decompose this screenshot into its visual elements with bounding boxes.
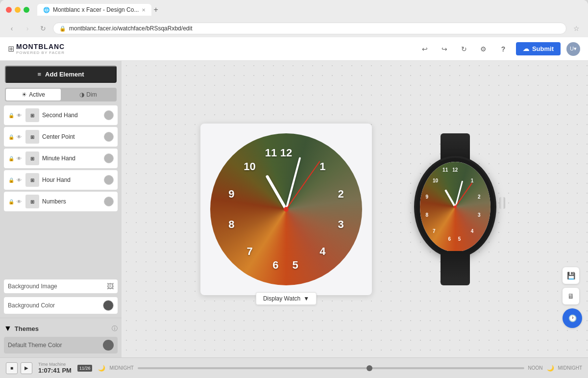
refresh-button[interactable]: ↻	[457, 42, 471, 56]
background-color-label: Background Color	[8, 302, 103, 309]
tab-title: Montblanc x Facer - Design Co...	[53, 6, 139, 13]
tab-close-icon[interactable]: ✕	[142, 7, 146, 13]
eye-icon: 👁	[16, 176, 23, 183]
layer-item[interactable]: 🔒 👁 ⊞ Minute Hand	[4, 149, 118, 168]
brand-sub: POWERED BY FACER	[16, 50, 65, 55]
time-display: Time Machine 1:07:41 PM	[38, 362, 72, 374]
lock-icon: 🔒	[8, 155, 15, 162]
background-image-row[interactable]: Background Image 🖼	[4, 279, 118, 293]
mini-num-7: 7	[433, 228, 436, 234]
play-button[interactable]: ▶	[21, 362, 32, 374]
browser-titlebar: 🌐 Montblanc x Facer - Design Co... ✕ +	[0, 0, 588, 20]
submit-button[interactable]: ☁ Submit	[516, 42, 561, 55]
tab-favicon: 🌐	[43, 7, 50, 13]
minute-hand	[285, 157, 301, 209]
preview-tool-button[interactable]: 🖥	[563, 288, 579, 304]
eye-icon: 👁	[16, 198, 23, 205]
midnight-start-icon: 🌙	[98, 365, 105, 372]
theme-color-swatch[interactable]	[103, 340, 114, 351]
watch-body: 12 1 2 3 4 5 6 7 8 9	[416, 158, 494, 256]
center-dot	[284, 207, 289, 212]
close-button[interactable]	[6, 7, 12, 13]
hour-hand	[265, 175, 287, 210]
app-container: ⊞ MONTBLANC POWERED BY FACER ↩ ↪ ↻ ⚙ ? ☁…	[0, 37, 588, 378]
refresh-button[interactable]: ↻	[37, 23, 49, 34]
default-theme-label: Default Theme Color	[8, 342, 103, 349]
lock-icon: 🔒	[8, 133, 15, 140]
user-avatar[interactable]: U▾	[566, 42, 580, 56]
mini-num-10: 10	[433, 178, 438, 183]
layer-icons: 🔒 👁	[8, 176, 23, 183]
history-tool-button[interactable]: 🕐	[563, 308, 582, 328]
browser-toolbar: ‹ › ↻ 🔒 montblanc.facer.io/watchface/bRS…	[0, 20, 588, 37]
add-element-label: Add Element	[45, 71, 84, 78]
tab-active[interactable]: ☀ Active	[6, 89, 61, 101]
grid-icon: ⊞	[8, 44, 14, 53]
mini-center-dot	[454, 205, 457, 208]
timeline-knob[interactable]	[367, 365, 372, 371]
redo-button[interactable]: ↪	[438, 42, 451, 56]
tab-dim-label: Dim	[86, 91, 97, 98]
layer-item[interactable]: 🔒 👁 ⊞ Center Point	[4, 127, 118, 147]
watch-face-display: 12 1 2 3 4 5 6 7 8 9	[210, 133, 362, 285]
header-logo: ⊞ MONTBLANC POWERED BY FACER	[8, 43, 65, 55]
background-color-swatch[interactable]	[103, 300, 114, 311]
minimize-button[interactable]	[15, 7, 21, 13]
right-tools: 💾 🖥 🕐	[563, 267, 582, 328]
new-tab-button[interactable]: +	[153, 5, 158, 14]
mini-num-4: 4	[471, 228, 474, 234]
layer-item[interactable]: 🔒 👁 ⊞ Hour Hand	[4, 170, 118, 190]
layer-item[interactable]: 🔒 👁 ⊞ Second Hand	[4, 105, 118, 125]
layer-thumbnail: ⊞	[25, 173, 39, 187]
save-icon: 💾	[567, 272, 575, 279]
sun-icon: ☀	[22, 91, 27, 98]
info-icon: ⓘ	[112, 325, 118, 333]
eye-icon: 👁	[16, 112, 23, 119]
submit-label: Submit	[532, 45, 554, 52]
filter-icon: ▼	[4, 324, 12, 333]
bottom-bar: ■ ▶ Time Machine 1:07:41 PM 11/26 🌙 MIDN…	[0, 357, 588, 378]
eye-icon: 👁	[16, 133, 23, 140]
save-tool-button[interactable]: 💾	[563, 267, 579, 284]
tab-dim[interactable]: ◑ Dim	[61, 89, 116, 101]
mini-num-11: 11	[442, 167, 448, 173]
timeline-bar[interactable]	[138, 367, 524, 369]
display-watch-button[interactable]: Display Watch ▼	[256, 292, 317, 305]
brand-name: MONTBLANC	[16, 43, 65, 50]
background-image-label: Background Image	[8, 283, 107, 290]
undo-button[interactable]: ↩	[418, 42, 432, 56]
clock-hands	[210, 133, 362, 285]
eye-icon: 👁	[16, 155, 23, 162]
app-header: ⊞ MONTBLANC POWERED BY FACER ↩ ↪ ↻ ⚙ ? ☁…	[0, 37, 588, 61]
mini-num-2: 2	[478, 194, 481, 200]
midnight-end-label: MIDNIGHT	[558, 365, 582, 371]
help-button[interactable]: ?	[496, 42, 510, 56]
stop-button[interactable]: ■	[6, 362, 18, 374]
layer-thumbnail: ⊞	[25, 108, 39, 122]
address-bar[interactable]: 🔒 montblanc.facer.io/watchface/bRSsqaRxb…	[53, 23, 566, 34]
back-button[interactable]: ‹	[6, 23, 18, 34]
mini-num-3: 3	[478, 212, 481, 218]
background-color-row[interactable]: Background Color	[4, 297, 118, 314]
mini-num-6: 6	[448, 236, 451, 242]
brand-block: MONTBLANC POWERED BY FACER	[16, 43, 65, 55]
default-theme-row[interactable]: Default Theme Color	[4, 337, 118, 353]
bookmark-button[interactable]: ☆	[570, 23, 582, 34]
layer-item[interactable]: 🔒 👁 ⊞ Numbers	[4, 192, 118, 211]
mini-num-12: 12	[452, 167, 458, 173]
lock-icon: 🔒	[8, 112, 15, 119]
themes-title: Themes	[15, 325, 109, 332]
noon-label: NOON	[528, 365, 543, 371]
mini-num-5: 5	[458, 236, 461, 242]
canvas-area: 12 1 2 3 4 5 6 7 8 9	[122, 61, 588, 357]
add-element-button[interactable]: ≡ Add Element	[5, 66, 117, 83]
sidebar: ≡ Add Element ☀ Active ◑ Dim	[0, 61, 122, 357]
maximize-button[interactable]	[24, 7, 29, 13]
forward-button[interactable]: ›	[22, 23, 33, 34]
url-text: montblanc.facer.io/watchface/bRSsqaRxbd/…	[69, 25, 192, 32]
main-layout: ≡ Add Element ☀ Active ◑ Dim	[0, 61, 588, 357]
browser-tab[interactable]: 🌐 Montblanc x Facer - Design Co... ✕	[37, 4, 151, 16]
settings-button[interactable]: ⚙	[477, 42, 490, 56]
tab-switcher: ☀ Active ◑ Dim	[5, 88, 117, 101]
history-icon: 🕐	[568, 314, 577, 322]
